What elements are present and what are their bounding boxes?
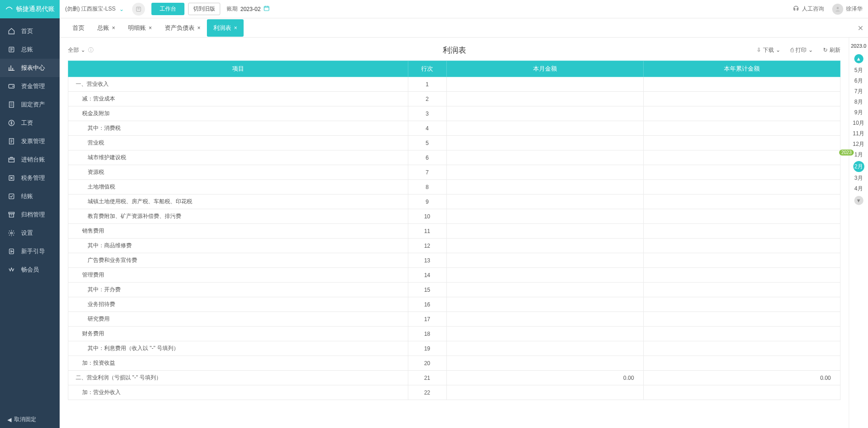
table-row[interactable]: 其中：消费税4 (68, 121, 840, 136)
nav-item-building[interactable]: 固定资产 (0, 95, 60, 114)
nav-item-invoice[interactable]: 发票管理 (0, 132, 60, 150)
topbar: (勿删) 江西服宝-LSS ⌄ 工作台 切到旧版 账期 2023-02 (60, 0, 868, 18)
rail-month[interactable]: 12月 (849, 139, 868, 150)
nav-item-home[interactable]: 首页 (0, 22, 60, 40)
rail-year[interactable]: 2023.0 (850, 41, 868, 50)
nav-item-gear[interactable]: 设置 (0, 224, 60, 242)
close-icon[interactable]: × (112, 25, 115, 31)
print-label: 打印 (796, 46, 807, 54)
table-row[interactable]: 财务费用18 (68, 327, 840, 341)
table-row[interactable]: 加：营业外收入22 (68, 385, 840, 400)
table-row[interactable]: 资源税7 (68, 165, 840, 180)
table-row[interactable]: 广告费和业务宣传费13 (68, 253, 840, 268)
close-icon[interactable]: × (149, 25, 152, 31)
company-selector[interactable]: (勿删) 江西服宝-LSS ⌄ (65, 5, 124, 13)
calendar-icon (263, 5, 270, 13)
company-icon[interactable] (132, 3, 145, 16)
cell-item: 营业税 (68, 136, 408, 150)
old-version-button[interactable]: 切到旧版 (188, 3, 220, 15)
tab[interactable]: 资产负债表× (158, 19, 207, 37)
rail-month[interactable]: 10月 (849, 118, 868, 128)
table-row[interactable]: 一、营业收入1 (68, 77, 840, 92)
close-icon[interactable]: × (234, 25, 237, 31)
rail-month[interactable]: 8月 (849, 97, 868, 107)
company-name: (勿删) 江西服宝-LSS (65, 5, 116, 13)
rail-month[interactable]: 11月 (849, 128, 868, 139)
table-row[interactable]: 土地增值税8 (68, 180, 840, 195)
cell-year-amount (643, 180, 840, 195)
table-row[interactable]: 城镇土地使用税、房产税、车船税、印花税9 (68, 195, 840, 209)
cell-line: 2 (408, 92, 446, 106)
table-row[interactable]: 城市维护建设税6 (68, 150, 840, 165)
cell-year-amount (643, 106, 840, 121)
filter-dropdown[interactable]: 全部 ⌄ (68, 46, 85, 54)
table-row[interactable]: 其中：利息费用（收入以 "-" 号填列）19 (68, 341, 840, 356)
tab[interactable]: 明细账× (122, 19, 158, 37)
nav-item-wallet[interactable]: 资金管理 (0, 77, 60, 95)
nav-item-vip[interactable]: 畅会员 (0, 261, 60, 279)
close-period-icon (7, 192, 16, 200)
period-label: 账期 (227, 5, 238, 13)
chevron-down-icon: ⌄ (808, 47, 813, 53)
cell-month-amount (446, 312, 643, 327)
tab[interactable]: 首页 (66, 19, 91, 37)
cell-year-amount: 0.00 (643, 371, 840, 385)
cell-line: 19 (408, 341, 446, 356)
download-button[interactable]: ⇩ 下载 ⌄ (757, 46, 780, 54)
sidebar-unpin[interactable]: ◀ 取消固定 (0, 411, 60, 428)
cell-item: 加：投资收益 (68, 356, 408, 371)
nav-item-ledger[interactable]: 总账 (0, 40, 60, 59)
workspace-button[interactable]: 工作台 (151, 3, 184, 15)
refresh-label: 刷新 (829, 46, 840, 54)
rail-up-arrow[interactable]: ▲ (854, 54, 863, 63)
table-row[interactable]: 二、营业利润（亏损以 "-" 号填列）210.000.00 (68, 371, 840, 385)
table-row[interactable]: 研究费用17 (68, 312, 840, 327)
table-row[interactable]: 其中：开办费15 (68, 283, 840, 297)
nav-item-archive[interactable]: 归档管理 (0, 206, 60, 224)
rail-month[interactable]: 6月 (849, 76, 868, 86)
rail-down-arrow[interactable]: ▼ (854, 196, 863, 205)
cell-line: 22 (408, 385, 446, 400)
refresh-button[interactable]: ↻ 刷新 (823, 46, 840, 54)
rail-month[interactable]: 3月 (849, 173, 868, 183)
table-row[interactable]: 销售费用11 (68, 224, 840, 239)
cell-year-amount (643, 385, 840, 400)
cell-month-amount (446, 356, 643, 371)
tab[interactable]: 利润表× (207, 19, 244, 37)
period[interactable]: 账期 2023-02 (227, 5, 270, 13)
print-button[interactable]: ⎙ 打印 ⌄ (790, 46, 813, 54)
help-icon[interactable]: ⓘ (88, 46, 94, 54)
nav-item-guide[interactable]: 新手引导 (0, 242, 60, 261)
nav-item-pay[interactable]: 工资 (0, 114, 60, 132)
table-row[interactable]: 教育费附加、矿产资源补偿费、排污费10 (68, 209, 840, 224)
rail-month[interactable]: 4月 (849, 183, 868, 194)
cell-month-amount (446, 224, 643, 239)
table-row[interactable]: 其中：商品维修费12 (68, 239, 840, 253)
nav-item-tax[interactable]: 税务管理 (0, 169, 60, 187)
sidebar: 畅捷通易代账 首页总账报表中心资金管理固定资产工资发票管理进销台账税务管理结账归… (0, 0, 60, 428)
rail-month[interactable]: 5月 (849, 65, 868, 76)
nav-item-inventory[interactable]: 进销台账 (0, 150, 60, 169)
table-row[interactable]: 减：营业成本2 (68, 92, 840, 106)
user-menu[interactable]: 徐泽华 (832, 4, 862, 15)
support-link[interactable]: 人工咨询 (793, 5, 824, 13)
nav-item-label: 新手引导 (21, 247, 45, 256)
table-row[interactable]: 税金及附加3 (68, 106, 840, 121)
nav-item-close-period[interactable]: 结账 (0, 187, 60, 206)
table-row[interactable]: 业务招待费16 (68, 297, 840, 312)
table-row[interactable]: 加：投资收益20 (68, 356, 840, 371)
table-row[interactable]: 管理费用14 (68, 268, 840, 283)
close-icon[interactable]: × (197, 25, 200, 31)
cell-item: 税金及附加 (68, 106, 408, 121)
close-all-tabs[interactable]: ✕ (857, 23, 863, 32)
tab[interactable]: 总账× (91, 19, 122, 37)
table-scroll[interactable]: 项目 行次 本月金额 本年累计金额 一、营业收入1减：营业成本2税金及附加3其中… (68, 61, 840, 428)
nav-item-chart[interactable]: 报表中心 (0, 59, 60, 77)
rail-month[interactable]: 7月 (849, 86, 868, 97)
cell-line: 3 (408, 106, 446, 121)
cell-line: 12 (408, 239, 446, 253)
rail-month[interactable]: 9月 (849, 107, 868, 118)
pay-icon (7, 119, 16, 127)
rail-month[interactable]: 2月 (853, 161, 864, 172)
table-row[interactable]: 营业税5 (68, 136, 840, 150)
